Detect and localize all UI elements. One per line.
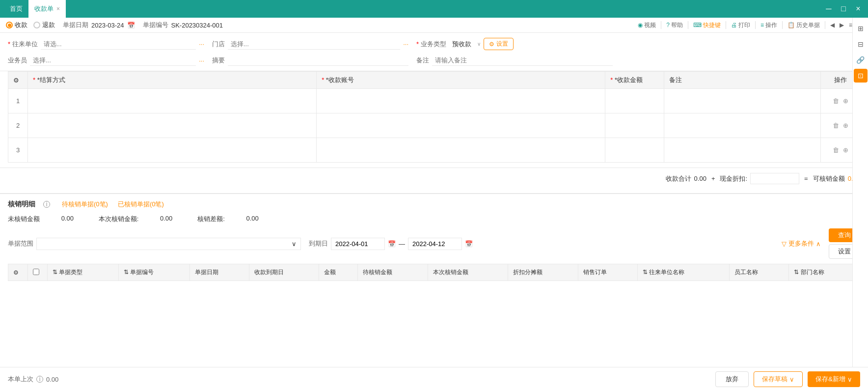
remark-input[interactable]	[432, 55, 613, 66]
nav-tab-receipt[interactable]: 收款单 ×	[28, 0, 66, 18]
radio-receipt-label: 收款	[15, 21, 27, 29]
reconcile-table-container: ⚙ ⇅ 单据类型 ⇅ 单据编号 单据日期	[8, 264, 860, 281]
save-new-chevron-icon: ∨	[847, 376, 852, 383]
t2-col-this-time-label: 本次核销金额	[433, 269, 468, 276]
help-btn[interactable]: ? 帮助	[666, 21, 683, 29]
row-2-remark[interactable]	[664, 113, 821, 138]
nav-prev-btn[interactable]: ◀	[830, 22, 835, 28]
nav-home[interactable]: 首页	[4, 0, 28, 18]
t2-col-pending-label: 待核销金额	[363, 269, 392, 276]
row-3-settle[interactable]	[28, 138, 317, 163]
radio-receipt[interactable]: 收款	[6, 21, 27, 29]
t2-col-employee-label: 员工名称	[734, 269, 758, 276]
more-conditions-btn[interactable]: ▽ 更多条件 ∧	[782, 239, 821, 248]
sidebar-doc-icon[interactable]: ⊟	[854, 37, 868, 51]
unchecked-value: 0.00	[61, 215, 74, 223]
unchecked-label: 未核销金额	[8, 215, 40, 223]
salesman-input[interactable]	[30, 55, 196, 66]
row-1-delete-icon[interactable]: 🗑	[833, 97, 839, 105]
form-settings-btn[interactable]: ⚙ 设置	[484, 38, 514, 50]
sidebar-expand-icon[interactable]: ⊡	[854, 69, 868, 83]
window-maximize-icon[interactable]: □	[838, 3, 849, 15]
bill-range-label: 单据范围	[8, 239, 33, 248]
account-col-label: *收款账号	[322, 76, 354, 84]
t2-check-all[interactable]	[33, 269, 39, 275]
date-to-input[interactable]	[408, 238, 462, 250]
sidebar-table-icon[interactable]: ⊞	[854, 22, 868, 35]
divider-3	[726, 21, 726, 29]
due-date-label: 到期日	[309, 239, 328, 248]
sidebar-link-icon[interactable]: 🔗	[854, 53, 868, 67]
tab-pending[interactable]: 待核销单据(0笔)	[58, 199, 112, 210]
window-minimize-icon[interactable]: ─	[823, 3, 835, 15]
row-2-amount[interactable]	[605, 113, 664, 138]
row-3-copy-icon[interactable]: ⊕	[843, 146, 848, 154]
row-2-settle[interactable]	[28, 113, 317, 138]
row-3-remark[interactable]	[664, 138, 821, 163]
store-input[interactable]	[228, 39, 400, 50]
list-view-btn[interactable]: ≡	[849, 22, 852, 28]
discard-btn[interactable]: 放弃	[715, 371, 749, 387]
salesman-more-icon[interactable]: ···	[199, 57, 204, 64]
date-from-calendar-icon[interactable]: 📅	[388, 240, 396, 248]
nav-next-btn[interactable]: ▶	[840, 22, 844, 28]
biz-type-chevron-icon[interactable]: ∨	[477, 41, 481, 47]
t2-col-gear[interactable]: ⚙	[8, 264, 28, 281]
row-1-copy-icon[interactable]: ⊕	[843, 97, 848, 105]
print-btn[interactable]: 🖨 打印	[731, 21, 750, 29]
store-field: 门店 ···	[212, 39, 408, 50]
date-from-input[interactable]	[331, 238, 385, 250]
table-col-gear[interactable]: ⚙	[8, 72, 28, 89]
toolbar: 收款 退款 单据日期 2023-03-24 📅 单据编号 SK-20230324…	[0, 18, 868, 33]
date-to-calendar-icon[interactable]: 📅	[465, 240, 473, 248]
video-label: 视频	[644, 21, 656, 29]
radio-refund[interactable]: 退款	[33, 21, 55, 29]
history-btn[interactable]: 📋 历史单据	[787, 21, 820, 29]
save-draft-btn[interactable]: 保存草稿 ∨	[754, 371, 803, 387]
salesman-field: 业务员 ···	[8, 55, 204, 66]
t2-col-bill-no: ⇅ 单据编号	[118, 264, 190, 281]
discount-label: 现金折扣:	[720, 174, 747, 183]
row-2-delete-icon[interactable]: 🗑	[833, 122, 839, 129]
calendar-icon[interactable]: 📅	[127, 22, 135, 29]
help-icon: ?	[666, 22, 670, 28]
discount-input[interactable]	[750, 173, 799, 184]
reconcile-section: 核销明细 i 待核销单据(0笔) 已核销单据(0笔) 未核销金额 0.00 本次…	[0, 193, 868, 286]
counterpart-more-icon[interactable]: ···	[199, 40, 204, 48]
counterpart-input[interactable]	[41, 39, 196, 50]
save-new-btn[interactable]: 保存&新增 ∨	[808, 371, 860, 387]
store-more-icon[interactable]: ···	[403, 40, 408, 48]
t2-col-discount-label: 折扣分摊额	[513, 269, 542, 276]
row-1-account[interactable]	[317, 89, 605, 113]
row-1-remark[interactable]	[664, 89, 821, 113]
row-2-copy-icon[interactable]: ⊕	[843, 122, 848, 129]
bill-range-select[interactable]: ∨	[36, 238, 301, 250]
row-3-amount[interactable]	[605, 138, 664, 163]
table-row: 1 🗑 ⊕	[8, 89, 860, 113]
row-3-delete-icon[interactable]: 🗑	[833, 146, 839, 154]
t2-col-check[interactable]	[28, 264, 48, 281]
operation-btn[interactable]: ≡ 操作	[760, 21, 777, 29]
counterpart-field: 往来单位 ···	[8, 39, 204, 50]
t2-col-bill-date-label: 单据日期	[195, 269, 218, 276]
sort-icon: ⇅	[53, 269, 57, 276]
operation-icon: ≡	[760, 22, 764, 28]
row-3-account[interactable]	[317, 138, 605, 163]
row-1-settle[interactable]	[28, 89, 317, 113]
t2-col-sales-order: 销售订单	[578, 264, 637, 281]
store-label: 门店	[212, 40, 225, 49]
divider-5	[782, 21, 783, 29]
video-btn[interactable]: ◉ 视频	[638, 21, 656, 29]
shortcut-btn[interactable]: ⌨ 快捷键	[693, 21, 721, 29]
window-close-icon[interactable]: ×	[852, 3, 864, 15]
row-2-account[interactable]	[317, 113, 605, 138]
summary-input[interactable]	[228, 55, 408, 66]
row-1-amount[interactable]	[605, 89, 664, 113]
divider-1	[661, 21, 661, 29]
right-sidebar: ⊞ ⊟ 🔗 ⊡	[852, 18, 868, 391]
sort-icon: ⇅	[124, 269, 129, 276]
t2-col-this-time: 本次核销金额	[428, 264, 508, 281]
sort-icon: ⇅	[643, 269, 648, 276]
tab-done[interactable]: 已核销单据(0笔)	[114, 199, 168, 210]
nav-tab-close-icon[interactable]: ×	[56, 5, 60, 12]
